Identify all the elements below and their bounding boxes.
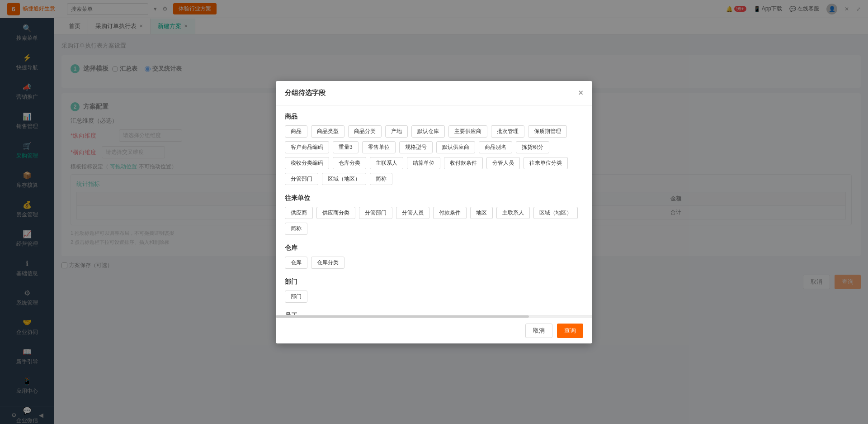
goods-tags: 商品 商品类型 商品分类 产地 默认仓库 主要供应商 批次管理 保质期管理 客户… (285, 125, 583, 185)
field-tag[interactable]: 重量3 (333, 141, 359, 153)
field-tag[interactable]: 仓库 (285, 257, 307, 269)
department-tags: 部门 (285, 291, 583, 303)
field-tag[interactable]: 付款条件 (433, 207, 467, 219)
field-tag[interactable]: 结算单位 (407, 157, 440, 169)
field-tag[interactable]: 主要供应商 (448, 125, 487, 138)
field-tag[interactable]: 往来单位分类 (524, 157, 568, 169)
section-department: 部门 部门 (285, 278, 583, 303)
modal-title: 分组待选字段 (285, 89, 326, 97)
field-tag[interactable]: 部门 (285, 291, 307, 303)
modal-cancel-button[interactable]: 取消 (525, 324, 552, 338)
modal-footer: 取消 查询 (276, 318, 592, 343)
section-partner-title: 往来单位 (285, 194, 583, 202)
modal-dialog: 分组待选字段 × 商品 商品 商品类型 商品分类 产地 默认仓库 主要供应商 批… (276, 81, 592, 343)
section-employee: 员工 业务员 (285, 312, 583, 315)
section-warehouse: 仓库 仓库 仓库分类 (285, 244, 583, 269)
field-tag[interactable]: 商品类型 (311, 125, 344, 138)
field-tag[interactable]: 分管人员 (396, 207, 429, 219)
field-tag[interactable]: 商品分类 (348, 125, 382, 138)
field-tag[interactable]: 供应商分类 (316, 207, 355, 219)
field-tag[interactable]: 产地 (385, 125, 408, 138)
modal-body[interactable]: 商品 商品 商品类型 商品分类 产地 默认仓库 主要供应商 批次管理 保质期管理… (276, 105, 592, 315)
partner-tags: 供应商 供应商分类 分管部门 分管人员 付款条件 地区 主联系人 区域（地区） … (285, 207, 583, 235)
modal-scrollbar-thumb[interactable] (276, 315, 529, 318)
field-tag[interactable]: 税收分类编码 (285, 157, 329, 169)
modal-confirm-button[interactable]: 查询 (557, 324, 583, 338)
field-tag[interactable]: 商品别名 (479, 141, 512, 153)
field-tag[interactable]: 仓库分类 (333, 157, 366, 169)
section-goods: 商品 商品 商品类型 商品分类 产地 默认仓库 主要供应商 批次管理 保质期管理… (285, 113, 583, 185)
field-tag[interactable]: 分管人员 (486, 157, 520, 169)
field-tag[interactable]: 主联系人 (370, 157, 403, 169)
section-partner: 往来单位 供应商 供应商分类 分管部门 分管人员 付款条件 地区 主联系人 区域… (285, 194, 583, 235)
section-warehouse-title: 仓库 (285, 244, 583, 252)
field-tag[interactable]: 批次管理 (491, 125, 524, 138)
field-tag[interactable]: 简称 (370, 173, 392, 185)
field-tag[interactable]: 简称 (285, 223, 307, 235)
field-tag[interactable]: 区域（地区） (322, 173, 366, 185)
modal-header: 分组待选字段 × (276, 81, 592, 105)
field-tag[interactable]: 主联系人 (496, 207, 530, 219)
modal-scrollbar-x[interactable] (276, 315, 592, 318)
field-tag[interactable]: 分管部门 (359, 207, 392, 219)
field-tag[interactable]: 保质期管理 (528, 125, 567, 138)
field-tag[interactable]: 零售单位 (362, 141, 396, 153)
field-tag[interactable]: 拣货积分 (516, 141, 549, 153)
field-tag[interactable]: 分管部门 (285, 173, 318, 185)
field-tag[interactable]: 供应商 (285, 207, 313, 219)
section-department-title: 部门 (285, 278, 583, 286)
section-goods-title: 商品 (285, 113, 583, 121)
field-tag[interactable]: 客户商品编码 (285, 141, 329, 153)
field-tag[interactable]: 商品 (285, 125, 307, 138)
modal-overlay: 分组待选字段 × 商品 商品 商品类型 商品分类 产地 默认仓库 主要供应商 批… (0, 0, 868, 424)
modal-close-icon[interactable]: × (578, 88, 583, 98)
field-tag[interactable]: 默认供应商 (436, 141, 475, 153)
field-tag[interactable]: 默认仓库 (411, 125, 445, 138)
warehouse-tags: 仓库 仓库分类 (285, 257, 583, 269)
field-tag[interactable]: 收付款条件 (444, 157, 483, 169)
section-employee-title: 员工 (285, 312, 583, 315)
field-tag[interactable]: 区域（地区） (533, 207, 578, 219)
field-tag[interactable]: 规格型号 (399, 141, 433, 153)
field-tag[interactable]: 仓库分类 (311, 257, 344, 269)
field-tag[interactable]: 地区 (470, 207, 493, 219)
